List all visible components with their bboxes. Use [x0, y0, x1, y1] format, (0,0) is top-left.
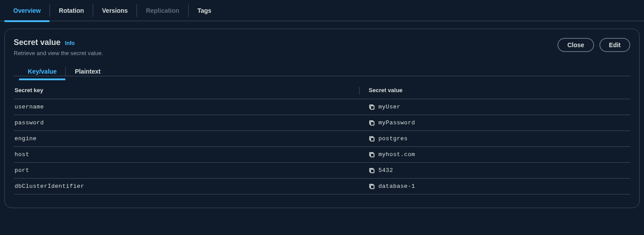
tab-plaintext[interactable]: Plaintext [66, 67, 109, 76]
copy-icon[interactable] [369, 152, 375, 158]
tab-tags[interactable]: Tags [189, 4, 220, 17]
panel-header-left: Secret value Info Retrieve and view the … [14, 38, 103, 56]
svg-rect-1 [371, 121, 374, 125]
cell-value-text: myPassword [379, 119, 415, 126]
column-header-key: Secret key [14, 87, 359, 93]
title-row: Secret value Info [14, 38, 103, 47]
svg-rect-4 [371, 169, 374, 172]
table-row: usernamemyUser [14, 99, 630, 115]
panel-actions: Close Edit [557, 38, 630, 52]
table-row: enginepostgres [14, 131, 630, 147]
cell-value: myhost.com [359, 151, 630, 158]
svg-rect-2 [371, 137, 374, 141]
tab-versions[interactable]: Versions [93, 4, 137, 17]
top-tab-bar: Overview Rotation Versions Replication T… [0, 0, 644, 21]
cell-value: 5432 [359, 167, 630, 174]
cell-key: host [14, 151, 359, 158]
copy-icon[interactable] [369, 168, 375, 174]
copy-icon[interactable] [369, 183, 375, 190]
cell-value-text: database-1 [379, 183, 415, 190]
copy-icon[interactable] [369, 136, 375, 142]
table-row: hostmyhost.com [14, 147, 630, 163]
cell-value-text: myhost.com [379, 151, 415, 158]
secret-value-panel: Secret value Info Retrieve and view the … [4, 29, 640, 208]
cell-value-text: postgres [379, 135, 408, 142]
cell-value: postgres [359, 135, 630, 142]
copy-icon[interactable] [369, 120, 375, 126]
panel-title: Secret value [14, 38, 61, 47]
table-row: passwordmyPassword [14, 115, 630, 131]
table-row: port5432 [14, 163, 630, 179]
cell-value: database-1 [359, 183, 630, 190]
cell-value-text: myUser [379, 104, 401, 110]
inner-tab-bar: Key/value Plaintext [14, 67, 630, 76]
cell-key: port [14, 167, 359, 174]
column-header-value: Secret value [359, 87, 630, 93]
panel-header: Secret value Info Retrieve and view the … [5, 38, 639, 56]
cell-key: password [14, 119, 359, 126]
svg-rect-3 [371, 153, 374, 157]
table-header: Secret key Secret value [14, 87, 630, 99]
edit-button[interactable]: Edit [599, 38, 630, 52]
cell-value-text: 5432 [379, 167, 393, 174]
svg-rect-5 [371, 185, 374, 188]
cell-value: myUser [359, 104, 630, 110]
cell-key: dbClusterIdentifier [14, 183, 359, 190]
tab-key-value[interactable]: Key/value [19, 67, 66, 76]
info-link[interactable]: Info [65, 40, 75, 46]
close-button[interactable]: Close [557, 38, 594, 52]
cell-value: myPassword [359, 119, 630, 126]
table-body: usernamemyUserpasswordmyPasswordenginepo… [14, 99, 630, 194]
tab-overview[interactable]: Overview [4, 4, 50, 17]
cell-key: username [14, 104, 359, 110]
tab-rotation[interactable]: Rotation [50, 4, 93, 17]
secret-table: Secret key Secret value usernamemyUserpa… [14, 87, 630, 194]
copy-icon[interactable] [369, 104, 375, 110]
panel-subtitle: Retrieve and view the secret value. [14, 50, 103, 56]
cell-key: engine [14, 135, 359, 142]
table-row: dbClusterIdentifierdatabase-1 [14, 179, 630, 194]
svg-rect-0 [371, 105, 374, 109]
tab-replication[interactable]: Replication [137, 4, 188, 17]
